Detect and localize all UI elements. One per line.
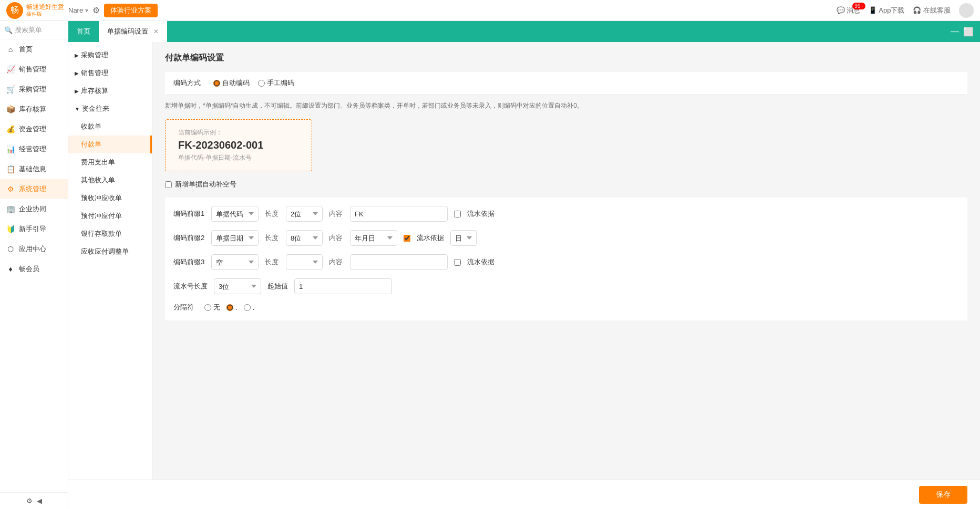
bottom-bar: 保存 xyxy=(68,480,980,509)
sidebar-item-member[interactable]: ♦ 畅会员 xyxy=(0,259,68,279)
guide-icon: 🔰 xyxy=(6,225,15,233)
enterprise-icon: 🏢 xyxy=(6,205,15,213)
content3-input[interactable] xyxy=(350,254,448,270)
sidebar-item-operations[interactable]: 📊 经营管理 xyxy=(0,139,68,159)
length2-select[interactable]: 8位 xyxy=(286,230,323,246)
prefix3-label: 编码前缀3 xyxy=(173,257,205,267)
auto-encoding-radio[interactable] xyxy=(213,80,220,87)
sub-item-payment[interactable]: 付款单 xyxy=(68,136,152,153)
main-content: 付款单编码设置 编码方式 自动编码 手工编码 xyxy=(152,42,980,480)
auto-fill-checkbox[interactable] xyxy=(165,181,172,188)
code-preview-value: FK-20230602-001 xyxy=(178,139,299,151)
sub-item-prepay-ap[interactable]: 预付冲应付单 xyxy=(68,207,152,225)
sub-sidebar: ▶ 采购管理 ▶ 销售管理 ▶ 库存核算 xyxy=(68,42,152,480)
serial-length-select[interactable]: 3位 xyxy=(214,278,261,294)
content2-select[interactable]: 年月日 xyxy=(350,230,397,246)
separator-dot2-radio[interactable] xyxy=(244,304,251,311)
sub-item-bank[interactable]: 银行存取款单 xyxy=(68,225,152,243)
separator-none-radio[interactable] xyxy=(204,304,211,311)
sub-item-expense[interactable]: 费用支出单 xyxy=(68,153,152,171)
settings-bottom-icon[interactable]: ⚙ xyxy=(26,497,33,505)
sidebar-item-purchase[interactable]: 🛒 采购管理 xyxy=(0,79,68,99)
top-bar: 畅 畅通通好生意 插件版 Nare ▾ ⚙ 体验行业方案 💬 消息 99+ 📱 … xyxy=(0,0,980,21)
separator-dot-radio[interactable] xyxy=(226,304,233,311)
sidebar-item-apps[interactable]: ⬡ 应用中心 xyxy=(0,239,68,259)
sub-item-receipt[interactable]: 收款单 xyxy=(68,118,152,136)
breadcrumb-item[interactable]: Nare xyxy=(68,6,83,14)
tab-home[interactable]: 首页 xyxy=(68,21,99,42)
prefix1-label: 编码前缀1 xyxy=(173,209,205,219)
manual-encoding-option[interactable]: 手工编码 xyxy=(258,78,294,88)
separator-dot2-option[interactable]: . xyxy=(244,304,255,311)
content-area: ▶ 采购管理 ▶ 销售管理 ▶ 库存核算 xyxy=(68,42,980,480)
sidebar-item-guide[interactable]: 🔰 新手引导 xyxy=(0,219,68,239)
content1-input[interactable] xyxy=(350,206,448,222)
stream-checkbox-2[interactable] xyxy=(404,235,410,242)
home-icon: ⌂ xyxy=(6,45,15,54)
messages-icon[interactable]: 💬 消息 99+ xyxy=(837,6,861,15)
serial-length-label: 流水号长度 xyxy=(173,282,208,291)
sidebar-bottom: ⚙ ◀ xyxy=(0,492,68,509)
stream-checkbox-3[interactable] xyxy=(454,259,461,266)
online-service[interactable]: 🎧 在线客服 xyxy=(913,6,951,15)
length1-select[interactable]: 2位 xyxy=(286,206,323,222)
sub-group-finance-title[interactable]: ▼ 资金往来 xyxy=(68,100,152,118)
sidebar-item-enterprise[interactable]: 🏢 企业协同 xyxy=(0,199,68,219)
prefix2-select[interactable]: 单据日期 xyxy=(211,230,259,246)
stream-period-select[interactable]: 日 xyxy=(450,230,477,246)
encoding-type-label: 编码方式 xyxy=(173,78,201,88)
sidebar-item-sales[interactable]: 📈 销售管理 xyxy=(0,59,68,79)
save-button[interactable]: 保存 xyxy=(919,486,967,504)
inventory-icon: 📦 xyxy=(6,105,15,113)
start-value-input[interactable] xyxy=(294,278,392,294)
form-row-2: 编码前缀2 单据日期 长度 8位 内容 年月日 流水依据 xyxy=(173,230,959,246)
settings-icon[interactable]: ⚙ xyxy=(92,5,100,15)
auto-encoding-option[interactable]: 自动编码 xyxy=(213,78,250,88)
tab-minimize-button[interactable]: — xyxy=(951,27,959,36)
separator-dot-option[interactable]: . xyxy=(226,304,238,311)
tab-encoding-settings[interactable]: 单据编码设置 ✕ xyxy=(99,21,167,42)
search-icon: 🔍 xyxy=(4,26,13,34)
sidebar-item-finance[interactable]: 💰 资金管理 xyxy=(0,119,68,139)
tab-maximize-button[interactable]: ⬜ xyxy=(963,27,974,37)
sub-item-prepay-ar[interactable]: 预收冲应收单 xyxy=(68,189,152,207)
tab-bar: 首页 单据编码设置 ✕ — ⬜ xyxy=(68,21,980,42)
user-avatar[interactable] xyxy=(959,3,974,18)
top-bar-left: 畅 畅通通好生意 插件版 Nare ▾ ⚙ 体验行业方案 xyxy=(6,2,158,19)
sidebar-search[interactable]: 🔍 搜索菜单 xyxy=(0,21,68,39)
prefix2-label: 编码前缀2 xyxy=(173,233,205,243)
top-bar-right: 💬 消息 99+ 📱 App下载 🎧 在线客服 xyxy=(837,3,974,18)
separator-row: 分隔符 无 . . xyxy=(173,303,959,312)
tab-bar-actions: — ⬜ xyxy=(951,27,980,37)
sub-group-sales-title[interactable]: ▶ 销售管理 xyxy=(68,64,152,82)
finance-icon: 💰 xyxy=(6,125,15,133)
separator-none-option[interactable]: 无 xyxy=(204,303,220,312)
sidebar-item-home[interactable]: ⌂ 首页 xyxy=(0,39,68,59)
sub-item-other-income[interactable]: 其他收入单 xyxy=(68,171,152,189)
sidebar-item-system[interactable]: ⚙ 系统管理 xyxy=(0,179,68,199)
app-download[interactable]: 📱 App下载 xyxy=(869,6,904,15)
auto-fill-row: 新增单据自动补空号 xyxy=(165,180,967,189)
purchase-icon: 🛒 xyxy=(6,85,15,94)
encoding-radio-group: 自动编码 手工编码 xyxy=(213,78,294,88)
stream-checkbox-1[interactable] xyxy=(454,211,461,217)
length3-label: 长度 xyxy=(265,257,280,267)
sidebar-item-basic[interactable]: 📋 基础信息 xyxy=(0,159,68,179)
sidebar-item-inventory[interactable]: 📦 库存核算 xyxy=(0,99,68,119)
trial-button[interactable]: 体验行业方案 xyxy=(104,4,158,17)
prefix3-select[interactable]: 空 xyxy=(211,254,259,270)
tab-close-icon[interactable]: ✕ xyxy=(153,28,159,35)
content3-label: 内容 xyxy=(329,257,344,267)
encoding-section: 编码方式 自动编码 手工编码 xyxy=(165,72,967,95)
main-layout: 🔍 搜索菜单 ⌂ 首页 📈 销售管理 🛒 采购管理 📦 库存核算 💰 资 xyxy=(0,21,980,509)
breadcrumb-dropdown-icon[interactable]: ▾ xyxy=(85,7,88,14)
sub-group-inventory-title[interactable]: ▶ 库存核算 xyxy=(68,82,152,100)
sub-item-adjust[interactable]: 应收应付调整单 xyxy=(68,243,152,261)
length3-select[interactable] xyxy=(286,254,323,270)
prefix1-select[interactable]: 单据代码 xyxy=(211,206,259,222)
logo-text: 畅通通好生意 插件版 xyxy=(26,3,64,17)
manual-encoding-radio[interactable] xyxy=(258,80,265,87)
collapse-icon[interactable]: ◀ xyxy=(37,497,42,505)
sub-group-purchase-title[interactable]: ▶ 采购管理 xyxy=(68,46,152,64)
logo: 畅 畅通通好生意 插件版 xyxy=(6,2,64,19)
